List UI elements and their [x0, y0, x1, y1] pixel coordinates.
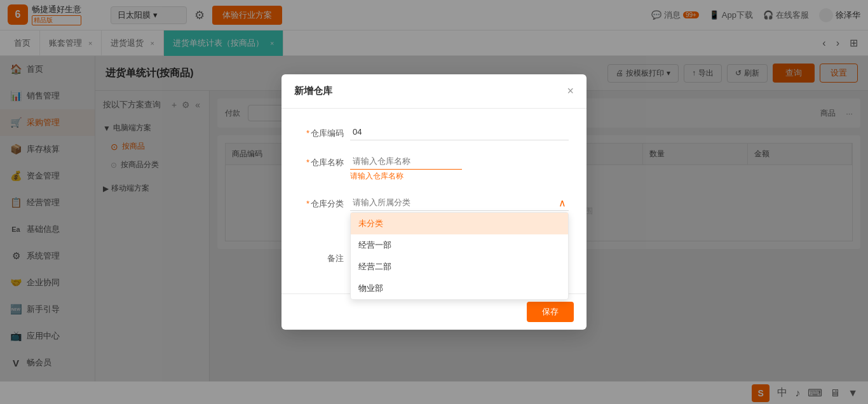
note-label: 备注 — [299, 249, 350, 264]
category-input-wrapper: ∧ 未分类 经营一部 经营二部 物业部 — [350, 194, 569, 211]
name-input-wrapper — [350, 153, 462, 170]
name-error: 请输入仓库名称 — [350, 171, 403, 182]
dropdown-item-ops1[interactable]: 经营一部 — [351, 234, 568, 256]
dropdown-item-ops2[interactable]: 经营二部 — [351, 256, 568, 278]
dropdown-item-property[interactable]: 物业部 — [351, 278, 568, 299]
category-input[interactable] — [350, 194, 569, 211]
code-input[interactable] — [350, 124, 569, 140]
code-label: 仓库编码 — [299, 124, 350, 139]
dropdown-item-unclassified[interactable]: 未分类 — [351, 213, 568, 234]
form-row-category: 仓库分类 ∧ 未分类 经营一部 经营二部 物业部 — [299, 194, 569, 211]
save-btn[interactable]: 保存 — [527, 302, 574, 322]
modal-body: 仓库编码 仓库名称 请输入仓库名称 仓库分类 ∧ — [281, 109, 587, 293]
name-input[interactable] — [350, 153, 462, 170]
category-dropdown-list: 未分类 经营一部 经营二部 物业部 — [350, 212, 569, 300]
category-label: 仓库分类 — [299, 194, 350, 210]
form-row-code: 仓库编码 — [299, 124, 569, 140]
name-label: 仓库名称 — [299, 153, 350, 168]
modal-close-btn[interactable]: × — [567, 84, 574, 98]
category-dropdown-arrow[interactable]: ∧ — [559, 197, 566, 209]
form-row-name: 仓库名称 请输入仓库名称 — [299, 153, 569, 182]
modal-header: 新增仓库 × — [281, 74, 587, 109]
new-warehouse-modal: 新增仓库 × 仓库编码 仓库名称 请输入仓库名称 仓库分类 — [281, 74, 587, 330]
modal-title: 新增仓库 — [294, 85, 332, 97]
